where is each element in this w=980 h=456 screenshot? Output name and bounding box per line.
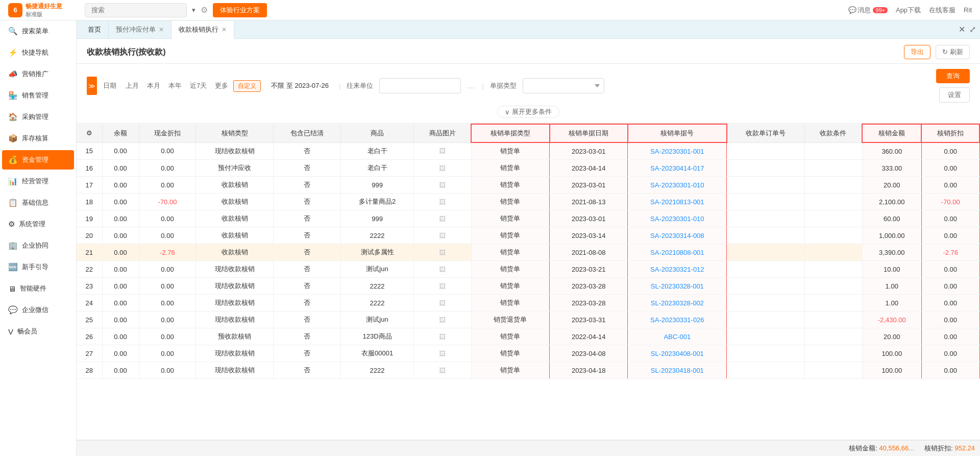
row-cancel-doc-type: 销货单 [471,295,549,311]
date-btn-this-month[interactable]: 本月 [144,80,163,91]
row-id: 17 [77,177,102,194]
message-link[interactable]: 💬 消息 99+ [848,6,888,15]
row-product: 老白干 [341,160,414,177]
row-cancel-doc-no[interactable]: SA-20230301-010 [628,210,727,227]
sidebar-item-business[interactable]: 📊 经营管理 [0,171,76,192]
from-unit-input[interactable] [379,78,461,93]
tab-prepay-close[interactable]: ✕ [159,26,164,33]
date-btn-prev-month[interactable]: 上月 [122,80,142,91]
row-product-img: 🖼 [414,311,472,328]
sidebar-item-system[interactable]: ⚙ 系统管理 [0,213,76,235]
sidebar-item-wechat[interactable]: 💬 企业微信 [0,299,76,321]
row-receipt-condition [804,177,862,194]
row-cancel-doc-type: 销货退货单 [471,311,549,328]
sidebar-item-capital[interactable]: 💰 资金管理 [2,150,74,170]
row-id: 28 [77,362,102,379]
export-button[interactable]: 导出 [904,45,930,59]
sidebar-item-purchase[interactable]: 🏠 采购管理 [0,106,76,128]
row-cancel-doc-no[interactable]: SA-20230331-026 [628,311,727,328]
refresh-button[interactable]: ↻ 刷新 [936,45,970,59]
date-btn-7days[interactable]: 近7天 [187,80,210,91]
table-row: 250.000.00现结收款核销否测试jun🖼销货退货单2023-03-31SA… [77,311,979,328]
dropdown-arrow[interactable]: ▾ [192,6,195,14]
col-cancel-doc-type: 核销单据类型 [471,124,549,142]
row-cancel-doc-no[interactable]: SA-20210813-001 [628,194,727,210]
row-cancel-doc-no[interactable]: SL-20230418-001 [628,362,727,379]
row-cancel-discount: 0.00 [921,311,979,328]
row-receipt-order-no [727,278,805,295]
industry-solution-button[interactable]: 体验行业方案 [213,3,267,17]
row-cancel-doc-no[interactable]: SL-20230408-001 [628,345,727,362]
date-btn-more[interactable]: 更多 [212,80,231,91]
row-balance: 0.00 [102,210,139,227]
row-cancel-doc-no[interactable]: SA-20230321-012 [628,261,727,278]
app-download-link[interactable]: App下载 [896,6,921,15]
col-cancel-date: 核销单据日期 [550,124,628,142]
row-cancel-date: 2023-03-28 [550,295,628,311]
row-cancel-type: 收款核销 [196,194,274,210]
row-receipt-condition [804,311,862,328]
sidebar-item-member[interactable]: V 畅会员 [0,321,76,342]
row-cancel-doc-no[interactable]: SA-20230301-001 [628,142,727,160]
sidebar-item-basic[interactable]: 📋 基础信息 [0,192,76,213]
row-include-settled: 否 [274,142,341,160]
tabs-bar: 首页 预付冲应付单 ✕ 收款核销执行 ✕ ✕ ⤢ [77,20,980,39]
row-product: 2222 [341,295,414,311]
row-receipt-order-no [727,160,805,177]
row-cancel-doc-no[interactable]: SA-20230314-008 [628,227,727,244]
sidebar-item-marketing[interactable]: 📣 营销推广 [0,63,76,85]
tab-receipt-close[interactable]: ✕ [222,26,227,33]
settings-button[interactable]: 设置 [939,87,970,103]
date-custom-button[interactable]: 自定义 [233,80,261,92]
sidebar-item-hardware[interactable]: 🖥 智能硬件 [0,278,76,299]
row-cancel-type: 现结收款核销 [196,278,274,295]
row-cancel-doc-no[interactable]: ABC-001 [628,328,727,345]
row-cancel-date: 2023-04-18 [550,362,628,379]
row-cancel-doc-no[interactable]: SA-20230301-010 [628,177,727,194]
sidebar-item-sales[interactable]: 🏪 销售管理 [0,85,76,106]
sidebar-item-guide[interactable]: 🆕 新手引导 [0,256,76,278]
query-button[interactable]: 查询 [936,69,970,83]
row-id: 21 [77,244,102,261]
row-include-settled: 否 [274,345,341,362]
row-product-img: 🖼 [414,345,472,362]
tab-prepay[interactable]: 预付冲应付单 ✕ [109,20,172,38]
user-name[interactable]: Rit [964,6,972,14]
col-gear[interactable]: ⚙ [77,124,102,142]
row-cancel-amount: 100.00 [862,362,921,379]
sidebar-item-inventory[interactable]: 📦 库存核算 [0,128,76,149]
marketing-icon: 📣 [8,69,18,79]
row-include-settled: 否 [274,278,341,295]
row-cancel-date: 2021-08-13 [550,194,628,210]
row-cancel-doc-no[interactable]: SA-20230414-017 [628,160,727,177]
row-include-settled: 否 [274,261,341,278]
top-bar-center: ▾ ⚙ 体验行业方案 [85,3,848,17]
maximize-button[interactable]: ⤢ [969,25,976,34]
row-cancel-amount: -2,430.00 [862,311,921,328]
filter-expand-button[interactable]: ≫ [87,77,97,95]
sidebar-item-company[interactable]: 🏢 企业协同 [0,235,76,256]
online-service-link[interactable]: 在线客服 [929,6,955,15]
content-area: 首页 预付冲应付单 ✕ 收款核销执行 ✕ ✕ ⤢ 收款核销执行(按收款) 导出 [77,20,980,456]
sidebar-label-shortcut: 快捷导航 [22,48,48,57]
tab-home[interactable]: 首页 [81,20,109,38]
row-cancel-doc-type: 销货单 [471,160,549,177]
tab-receipt[interactable]: 收款核销执行 ✕ [172,21,234,39]
row-cancel-doc-no[interactable]: SL-20230328-001 [628,278,727,295]
sidebar-item-shortcut[interactable]: ⚡ 快捷导航 [0,42,76,63]
sidebar-item-search[interactable]: 🔍 搜索菜单 [0,20,76,42]
table-row: 180.00-70.00收款核销否多计量商品2🖼销货单2021-08-13SA-… [77,194,979,210]
row-product-img: 🖼 [414,362,472,379]
search-input[interactable] [85,3,187,17]
doc-type-select[interactable] [523,78,604,93]
close-tab-button[interactable]: ✕ [959,25,965,34]
date-btn-this-year[interactable]: 本年 [165,80,185,91]
row-cancel-doc-no[interactable]: SL-20230328-002 [628,295,727,311]
gear-icon[interactable]: ⚙ [201,5,208,15]
expand-more-button[interactable]: ∨ 展开更多条件 [497,106,559,118]
row-cancel-doc-no[interactable]: SA-20210808-001 [628,244,727,261]
row-cancel-doc-type: 销货单 [471,278,549,295]
table-area[interactable]: ⚙ 余额 现金折扣 核销类型 包含已结清 商品 商品图片 核销单据类型 核销单据… [77,124,980,440]
date-range-display: 不限 至 2023-07-26 [271,81,329,90]
filter-actions: 查询 设置 [936,69,970,103]
